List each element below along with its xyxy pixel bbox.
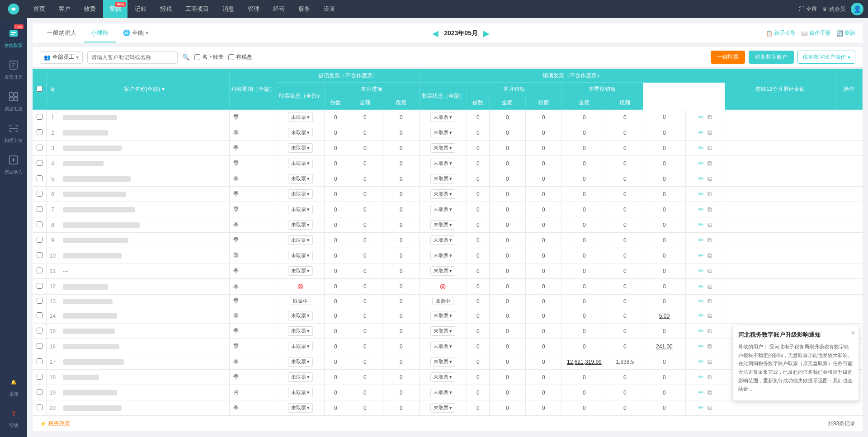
- tax-digital-account-button[interactable]: 税务数字账户: [749, 51, 794, 64]
- checkbox-has-tax-disk[interactable]: 有税盘: [228, 53, 252, 61]
- nav-fee[interactable]: 收费: [78, 0, 102, 18]
- one-key-ticket-button[interactable]: 一键取票: [711, 51, 745, 64]
- fetch-status-button2[interactable]: 未取票▾: [430, 403, 455, 413]
- new-guide-button[interactable]: 📋 新手引导: [766, 29, 796, 37]
- sidebar-item-notification[interactable]: 🔔 通知: [1, 371, 26, 401]
- nav-operation[interactable]: 经营: [267, 0, 291, 18]
- fetch-status-button1[interactable]: 未取票▾: [288, 342, 313, 351]
- copy-icon[interactable]: ⧉: [708, 206, 712, 213]
- edit-icon[interactable]: ✏: [698, 206, 704, 213]
- edit-icon[interactable]: ✏: [698, 404, 704, 411]
- fetch-status-button1[interactable]: 未取票▾: [288, 205, 313, 214]
- select-all-checkbox[interactable]: [37, 86, 42, 92]
- edit-icon[interactable]: ✏: [698, 267, 704, 274]
- copy-icon[interactable]: ⧉: [708, 113, 712, 121]
- fetch-status-button1[interactable]: 未取票▾: [288, 372, 313, 382]
- edit-icon[interactable]: ✏: [698, 236, 704, 244]
- sidebar-item-summary[interactable]: 票据汇总: [1, 86, 26, 116]
- fetch-status-button2[interactable]: 未取票▾: [430, 266, 455, 276]
- edit-icon[interactable]: ✏: [698, 221, 704, 228]
- nav-ticket[interactable]: 票据 new: [103, 0, 127, 18]
- fetch-status-button1[interactable]: 未取票▾: [288, 388, 313, 397]
- row-checkbox[interactable]: [37, 175, 42, 181]
- nav-tax[interactable]: 报税: [154, 0, 178, 18]
- user-avatar[interactable]: 👤: [851, 3, 863, 15]
- fetch-status-button1[interactable]: 未取票▾: [288, 159, 313, 168]
- nav-settings[interactable]: 设置: [317, 0, 342, 18]
- edit-icon[interactable]: ✏: [698, 343, 704, 350]
- fetch-status-button2[interactable]: 未取票▾: [430, 205, 455, 214]
- row-checkbox[interactable]: [37, 404, 42, 410]
- fetch-status-button1[interactable]: 未取票▾: [288, 266, 313, 276]
- copy-icon[interactable]: ⧉: [708, 236, 712, 244]
- th-fetch-status2[interactable]: 取票状态（全部）: [419, 83, 467, 110]
- tax-disk-checkbox[interactable]: [228, 54, 234, 60]
- fullscreen-button[interactable]: ⛶ 全屏: [799, 5, 817, 13]
- edit-icon[interactable]: ✏: [698, 144, 704, 151]
- row-checkbox[interactable]: [37, 358, 42, 364]
- edit-icon[interactable]: ✏: [698, 373, 704, 381]
- row-checkbox[interactable]: [37, 283, 42, 289]
- checkbox-my-accounts[interactable]: 名下账套: [194, 53, 224, 61]
- fetch-status-button1[interactable]: 未取票▾: [288, 220, 313, 230]
- search-button[interactable]: 🔍: [182, 54, 190, 61]
- fetch-status-button2[interactable]: 未取票▾: [430, 143, 455, 153]
- fetch-status-button2[interactable]: 未取票▾: [430, 311, 455, 320]
- my-accounts-checkbox[interactable]: [194, 54, 200, 60]
- fetch-status-button1[interactable]: 未取票▾: [288, 235, 313, 245]
- copy-icon[interactable]: ⧉: [708, 252, 712, 259]
- edit-icon[interactable]: ✏: [698, 252, 704, 259]
- tax-policy-link[interactable]: ⚡ 税务政策: [40, 420, 70, 428]
- edit-icon[interactable]: ✏: [698, 129, 704, 136]
- row-checkbox[interactable]: [37, 206, 42, 212]
- row-checkbox[interactable]: [37, 145, 42, 150]
- sidebar-item-scan[interactable]: 扫描上传: [1, 117, 26, 147]
- fetch-status-button2[interactable]: 未取票▾: [430, 220, 455, 230]
- fetch-status-button1[interactable]: 未取票▾: [288, 357, 313, 367]
- row-checkbox[interactable]: [37, 374, 42, 380]
- edit-icon[interactable]: ✏: [698, 389, 704, 396]
- copy-icon[interactable]: ⧉: [708, 160, 712, 167]
- edit-icon[interactable]: ✏: [698, 190, 704, 197]
- nav-client[interactable]: 客户: [52, 0, 77, 18]
- fetch-status-button2[interactable]: 未取票▾: [430, 342, 455, 351]
- copy-icon[interactable]: ⧉: [708, 175, 712, 182]
- fetch-status-button1[interactable]: 未取票▾: [288, 174, 313, 183]
- vip-button[interactable]: ♛ 购会员: [822, 5, 845, 13]
- tab-general-taxpayer[interactable]: 一般纳税人: [40, 24, 84, 42]
- copy-icon[interactable]: ⧉: [708, 327, 712, 334]
- row-checkbox[interactable]: [37, 114, 42, 120]
- sidebar-item-smart-ticket[interactable]: 智能取票 new: [1, 23, 26, 52]
- nav-message[interactable]: 消息: [216, 0, 241, 18]
- row-checkbox[interactable]: [37, 389, 42, 395]
- edit-icon[interactable]: ✏: [698, 327, 704, 334]
- copy-icon[interactable]: ⧉: [708, 129, 712, 136]
- copy-icon[interactable]: ⧉: [708, 373, 712, 381]
- date-next-button[interactable]: ▶: [483, 28, 490, 38]
- edit-icon[interactable]: ✏: [698, 113, 704, 121]
- refresh-button[interactable]: 🔄 刷新: [836, 29, 855, 37]
- settings-icon[interactable]: ⚙: [50, 86, 55, 93]
- edit-icon[interactable]: ✏: [698, 358, 704, 365]
- fetch-status-button2[interactable]: 未取票▾: [430, 372, 455, 382]
- copy-icon[interactable]: ⧉: [708, 389, 712, 396]
- row-checkbox[interactable]: [37, 237, 42, 243]
- fetch-status-button1[interactable]: 未取票▾: [288, 189, 313, 199]
- fetch-status-button2[interactable]: 未取票▾: [430, 189, 455, 199]
- th-customer-name[interactable]: 客户名称(全部) ▾: [59, 69, 230, 110]
- manual-button[interactable]: 📖 操作手册: [801, 29, 831, 37]
- row-checkbox[interactable]: [37, 129, 42, 135]
- nav-accounting[interactable]: 记账: [128, 0, 153, 18]
- copy-icon[interactable]: ⧉: [708, 404, 712, 411]
- tab-universal[interactable]: 🌐 全能 ▾: [116, 24, 156, 42]
- copy-icon[interactable]: ⧉: [708, 190, 712, 197]
- copy-icon[interactable]: ⧉: [708, 312, 712, 319]
- copy-icon[interactable]: ⧉: [708, 283, 712, 290]
- edit-icon[interactable]: ✏: [698, 297, 704, 305]
- copy-icon[interactable]: ⧉: [708, 267, 712, 274]
- fetch-status-button1[interactable]: 未取票▾: [288, 311, 313, 320]
- fetch-status-button2[interactable]: 未取票▾: [430, 128, 455, 137]
- copy-icon[interactable]: ⧉: [708, 297, 712, 305]
- copy-icon[interactable]: ⧉: [708, 144, 712, 151]
- copy-icon[interactable]: ⧉: [708, 358, 712, 365]
